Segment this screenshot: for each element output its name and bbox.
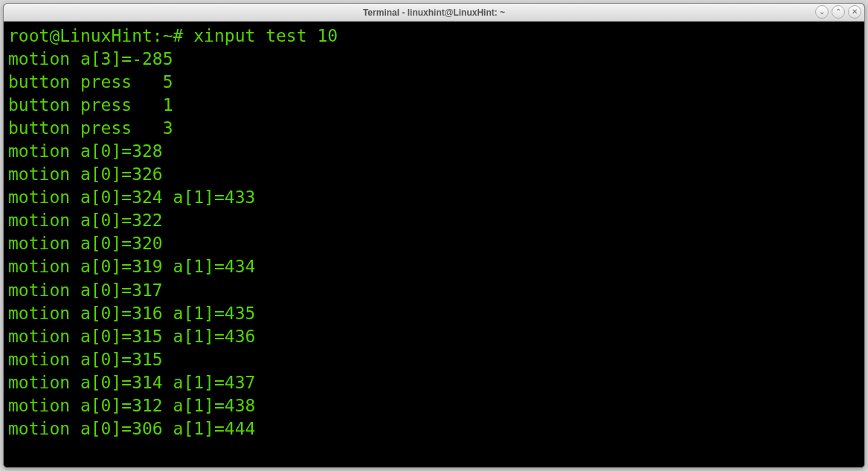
output-line: motion a[0]=314 a[1]=437 <box>8 373 255 392</box>
minimize-button[interactable]: ⌄ <box>815 5 829 19</box>
output-line: button press 1 <box>8 95 173 115</box>
close-icon: ✕ <box>852 8 858 16</box>
output-line: motion a[0]=306 a[1]=444 <box>8 419 255 438</box>
output-line: motion a[0]=324 a[1]=433 <box>8 188 255 207</box>
output-line: motion a[0]=322 <box>8 211 163 230</box>
output-line: motion a[0]=319 a[1]=434 <box>8 257 255 276</box>
output-line: button press 3 <box>8 118 173 138</box>
close-button[interactable]: ✕ <box>848 5 861 19</box>
output-line: button press 5 <box>8 72 173 92</box>
output-line: motion a[0]=315 <box>8 350 163 369</box>
output-line: motion a[0]=315 a[1]=436 <box>8 327 255 346</box>
window-controls: ⌄ ⌃ ✕ <box>815 5 861 19</box>
chevron-up-icon: ⌃ <box>835 8 841 16</box>
output-line: motion a[0]=316 a[1]=435 <box>8 304 255 323</box>
output-line: motion a[0]=328 <box>8 141 163 161</box>
window-title: Terminal - linuxhint@LinuxHint: ~ <box>4 7 864 18</box>
terminal-body[interactable]: root@LinuxHint:~# xinput test 10 motion … <box>4 22 864 467</box>
output-line: motion a[0]=312 a[1]=438 <box>8 396 255 415</box>
output-line: motion a[3]=-285 <box>8 49 173 68</box>
output-line: motion a[0]=317 <box>8 281 163 300</box>
chevron-down-icon: ⌄ <box>819 8 825 16</box>
terminal-window: Terminal - linuxhint@LinuxHint: ~ ⌄ ⌃ ✕ … <box>3 3 865 468</box>
shell-command: xinput test 10 <box>193 26 338 45</box>
shell-prompt: root@LinuxHint:~# <box>8 26 193 45</box>
output-line: motion a[0]=320 <box>8 234 163 253</box>
titlebar[interactable]: Terminal - linuxhint@LinuxHint: ~ ⌄ ⌃ ✕ <box>4 4 864 22</box>
maximize-button[interactable]: ⌃ <box>832 5 845 19</box>
output-line: motion a[0]=326 <box>8 164 163 184</box>
